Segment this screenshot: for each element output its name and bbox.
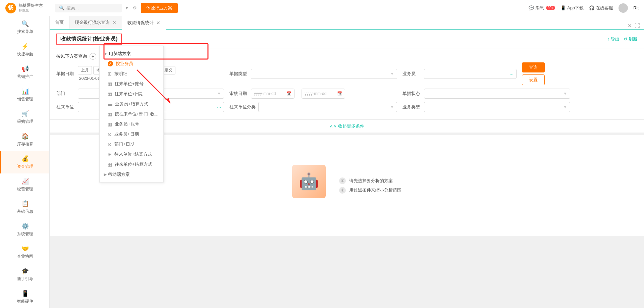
- scheme-item-salesperson-account[interactable]: ▦ 业务员+账号: [100, 119, 163, 129]
- settings-button[interactable]: 设置: [522, 74, 545, 85]
- scheme-mobile-group-header[interactable]: ▶ 移动端方案: [100, 169, 163, 179]
- message-button[interactable]: 💬 消息 99+: [529, 5, 555, 11]
- sidebar-item-system[interactable]: ⚙️ 系统管理: [0, 218, 49, 241]
- filter-salesperson-item: 业务员 ···: [402, 69, 517, 79]
- scheme-icon-table-4: ▦: [108, 162, 112, 167]
- refresh-button[interactable]: ↺ 刷新: [624, 36, 637, 42]
- tab-bar: 首页 现金银行流水查询 ✕ 收款情况统计 ✕ ✕ ⛶: [50, 16, 644, 30]
- audit-date-to-icon: 📅: [337, 91, 342, 96]
- try-industry-button[interactable]: 体验行业方案: [141, 3, 178, 13]
- sidebar-label-management: 经营管理: [17, 186, 33, 192]
- online-service-button[interactable]: 🎧 在线客服: [589, 5, 613, 11]
- cooperation-icon: 🤝: [21, 245, 29, 252]
- tab-receipt-stat[interactable]: 收款情况统计 ✕: [122, 17, 166, 30]
- tab-receipt-stat-close[interactable]: ✕: [156, 20, 160, 25]
- tab-bank-flow-close[interactable]: ✕: [112, 20, 116, 25]
- page-header-actions: ↑ 导出 ↺ 刷新: [607, 36, 638, 42]
- sidebar-item-sales[interactable]: 📊 销售管理: [0, 84, 49, 106]
- partner-cat-select-arrow: ▼: [390, 105, 394, 109]
- scheme-item-salesperson-date[interactable]: ⊙ 业务员+日期: [100, 129, 163, 139]
- filter-add-button[interactable]: +: [90, 53, 96, 60]
- app-download-button[interactable]: 📱 App下载: [560, 5, 584, 11]
- tab-maximize-btn[interactable]: ⛶: [635, 23, 640, 29]
- scheme-item-partner-settle-1[interactable]: ⊞ 往来单位+结算方式: [100, 149, 163, 159]
- step-num-2: ②: [339, 187, 346, 194]
- tab-bank-flow[interactable]: 现金银行流水查询 ✕: [69, 16, 122, 29]
- scheme-desktop-group-header[interactable]: ▼ 电脑端方案: [100, 49, 163, 59]
- settings-icon[interactable]: ⚙: [131, 4, 138, 12]
- scheme-item-salesperson[interactable]: 人 按业务员: [100, 59, 163, 69]
- purchase-icon: 🛒: [21, 110, 29, 117]
- scheme-icon-table-1: ▦: [108, 91, 112, 97]
- sidebar-item-inventory[interactable]: 🏠 库存核算: [0, 129, 49, 151]
- sidebar-label-guide: 新手引导: [17, 276, 33, 282]
- sidebar-item-quicknav[interactable]: ⚡ 快捷导航: [0, 39, 49, 61]
- scheme-icon-table-2: ▦: [108, 111, 112, 117]
- scheme-item-7-label: 业务员+日期: [114, 131, 139, 137]
- salesperson-more-icon[interactable]: ···: [509, 71, 514, 76]
- user-avatar[interactable]: [619, 3, 628, 13]
- tab-bar-right: ✕ ⛶: [624, 22, 644, 29]
- partner-cat-filter-control: ▼: [258, 102, 397, 112]
- partner-more-icon[interactable]: ···: [217, 104, 221, 110]
- salesperson-filter-control: ···: [424, 69, 517, 79]
- mobile-group-label: 移动端方案: [108, 171, 130, 177]
- filter-biz-type-item: 业务类型 ▼: [402, 102, 570, 112]
- partner-cat-select[interactable]: ▼: [258, 102, 397, 112]
- scheme-icon-clock-0: ⊙: [108, 132, 112, 137]
- sidebar-label-inventory: 库存核算: [17, 141, 33, 147]
- message-label: 消息: [535, 5, 544, 11]
- sidebar-item-finance[interactable]: 💰 资金管理: [0, 151, 49, 173]
- scheme-item-dept-date[interactable]: ⊙ 部门+日期: [100, 139, 163, 149]
- page-title: 收款情况统计(按业务员): [56, 34, 122, 45]
- empty-steps: ① 请先选择要分析的方案 ② 用过滤条件来缩小分析范围: [339, 177, 401, 194]
- sidebar-item-management[interactable]: 📈 经营管理: [0, 173, 49, 196]
- sidebar-label-system: 系统管理: [17, 231, 33, 237]
- query-button[interactable]: 查询: [522, 62, 545, 72]
- scheme-item-detail[interactable]: ⊞ 按明细: [100, 69, 163, 79]
- export-icon: ↑: [607, 37, 610, 42]
- query-btn-group: 查询 设置: [522, 62, 545, 85]
- audit-date-to-placeholder: yyyy-mm-dd: [305, 91, 326, 96]
- sidebar-item-cooperation[interactable]: 🤝 企业协同: [0, 241, 49, 263]
- audit-date-from[interactable]: yyyy-mm-dd 📅: [251, 89, 294, 99]
- nav-dropdown-arrow[interactable]: ▼: [125, 6, 129, 10]
- scheme-item-salesperson-settle[interactable]: ▬ 业务员+结算方式: [100, 99, 163, 109]
- sidebar-item-marketing[interactable]: 📢 营销推广: [0, 61, 49, 84]
- inventory-icon: 🏠: [21, 133, 29, 140]
- biz-type-select[interactable]: ▼: [424, 102, 570, 112]
- tab-home[interactable]: 首页: [50, 16, 69, 29]
- sidebar-label-base: 基础信息: [17, 209, 33, 214]
- doc-status-label: 单据状态: [402, 91, 421, 97]
- sidebar-item-search[interactable]: 🔍 搜索菜单: [0, 16, 49, 39]
- main-layout: 🔍 搜索菜单 ⚡ 快捷导航 📢 营销推广 📊 销售管理 🛒 采购管理 🏠 库存核…: [0, 16, 644, 308]
- sidebar-label-purchase: 采购管理: [17, 119, 33, 124]
- tab-close-all-btn[interactable]: ✕: [628, 22, 632, 29]
- sidebar-item-base[interactable]: 📋 基础信息: [0, 196, 49, 218]
- type-select[interactable]: ▼: [251, 69, 397, 79]
- sidebar-item-purchase[interactable]: 🛒 采购管理: [0, 106, 49, 129]
- filter-type-item: 单据类型 ▼: [229, 69, 397, 79]
- type-filter-control: ▼: [251, 69, 397, 79]
- sidebar-item-guide[interactable]: 🎓 新手引导: [0, 263, 49, 286]
- salesperson-select[interactable]: ···: [424, 69, 517, 79]
- doc-status-select[interactable]: ▼: [424, 89, 570, 99]
- scheme-item-partner-date[interactable]: ▦ 往来单位+日期: [100, 89, 163, 99]
- logo-char: 畅: [8, 4, 13, 11]
- system-icon: ⚙️: [21, 222, 29, 230]
- doc-status-select-arrow: ▼: [563, 91, 567, 96]
- scheme-item-partner-dept[interactable]: ▦ 按往来单位+部门+收...: [100, 109, 163, 119]
- export-button[interactable]: ↑ 导出: [607, 36, 620, 42]
- empty-illustration: 🤖: [292, 165, 326, 198]
- audit-date-to[interactable]: yyyy-mm-dd 📅: [302, 89, 345, 99]
- logo-name: 畅捷通好生意: [19, 3, 43, 8]
- top-search[interactable]: 🔍 搜索...: [55, 4, 122, 12]
- sidebar-item-hardware[interactable]: 📱 智能硬件: [0, 286, 49, 308]
- scheme-item-8-label: 部门+日期: [114, 141, 135, 147]
- scheme-item-partner-settle-2[interactable]: ▦ 往来单位+结算方式: [100, 159, 163, 169]
- doc-status-filter-control: ▼: [424, 89, 570, 99]
- logo-badge: 标准版: [19, 8, 43, 13]
- date-btn-last-month[interactable]: 上月: [78, 66, 92, 74]
- scheme-item-partner-account[interactable]: ▦ 往来单位+账号: [100, 79, 163, 89]
- dept-label: 部门: [56, 91, 75, 97]
